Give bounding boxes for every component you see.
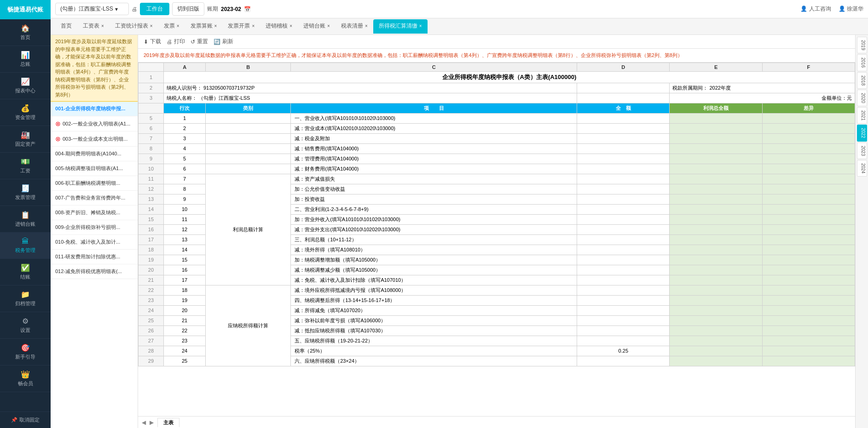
col-f-cell[interactable]	[762, 285, 855, 295]
col-d-cell[interactable]: 0.25	[577, 346, 670, 356]
col-a-cell[interactable]: 1	[163, 113, 205, 123]
col-c-cell[interactable]: 加：营业外收入(填写A101010\101020\103000)	[291, 214, 577, 224]
col-a-cell[interactable]: 2	[163, 123, 205, 133]
col-e-cell[interactable]	[670, 214, 762, 224]
col-e-cell[interactable]	[670, 194, 762, 204]
col-c-cell[interactable]: 减：营业成本(填写A102010\102020\103000)	[291, 123, 577, 133]
col-a-cell[interactable]: 22	[163, 325, 205, 336]
timeline-item-2016[interactable]: 2016	[857, 54, 867, 71]
form-item-007[interactable]: 007-广告费和业务宣传费跨年...	[51, 191, 138, 205]
col-f-cell[interactable]	[762, 275, 855, 285]
col-a-cell[interactable]: 20	[163, 305, 205, 315]
tab-close-icon[interactable]: ×	[289, 23, 292, 29]
col-f-cell[interactable]	[762, 194, 855, 204]
col-f-cell[interactable]	[762, 325, 855, 336]
col-c-cell[interactable]: 减：弥补以前年度亏损（填写A106000）	[291, 315, 577, 325]
col-d-cell[interactable]	[577, 174, 670, 184]
tab-close-icon[interactable]: ×	[150, 23, 153, 29]
tab-close-icon[interactable]: ×	[101, 23, 104, 29]
col-f-cell[interactable]	[762, 336, 855, 346]
print-icon[interactable]: 🖨	[132, 6, 137, 12]
tab-close-icon[interactable]: ×	[252, 23, 255, 29]
tab-发票[interactable]: 发票 ×	[158, 19, 185, 34]
form-item-003[interactable]: ⊗003-一般企业成本支出明细...	[51, 131, 138, 147]
sidebar-item-settings[interactable]: ⚙设置	[0, 312, 51, 339]
col-e-cell[interactable]	[670, 113, 762, 123]
form-item-010[interactable]: 010-免税、减计收入及加计...	[51, 235, 138, 250]
col-a-cell[interactable]: 21	[163, 315, 205, 325]
col-f-cell[interactable]	[762, 245, 855, 255]
col-a-cell[interactable]: 4	[163, 143, 205, 154]
col-d-cell[interactable]	[577, 234, 670, 245]
tab-close-icon[interactable]: ×	[327, 23, 330, 29]
col-e-cell[interactable]	[670, 356, 762, 366]
col-c-cell[interactable]: 减：资产减值损失	[291, 174, 577, 184]
user-info[interactable]: 👤 徐湛华	[839, 5, 863, 13]
tab-close-icon[interactable]: ×	[177, 23, 179, 29]
col-c-cell[interactable]: 减：所得减免（填写A107020）	[291, 305, 577, 315]
timeline-item-2022[interactable]: 2022	[857, 125, 867, 141]
col-f-cell[interactable]	[762, 204, 855, 214]
sidebar-item-stock[interactable]: 📋进销台账	[0, 206, 51, 233]
col-f-cell[interactable]	[762, 315, 855, 325]
sidebar-item-tax[interactable]: 🏛税务管理	[0, 233, 51, 259]
col-f-cell[interactable]	[762, 265, 855, 275]
form-item-006[interactable]: 006-职工薪酬纳税调整明细...	[51, 176, 138, 191]
sidebar-item-ledger[interactable]: 📊总账	[0, 46, 51, 73]
col-f-cell[interactable]	[762, 356, 855, 366]
tab-工资统计报表[interactable]: 工资统计报表 ×	[110, 19, 158, 34]
col-d-cell[interactable]	[577, 356, 670, 366]
col-d-cell[interactable]	[577, 204, 670, 214]
col-c-cell[interactable]: 税率（25%）	[291, 346, 577, 356]
col-c-cell[interactable]: 五、应纳税所得额（19-20-21-22）	[291, 336, 577, 346]
switch-version-button[interactable]: 切到旧版	[172, 2, 204, 16]
col-e-cell[interactable]	[670, 245, 762, 255]
timeline-item-2023[interactable]: 2023	[857, 143, 867, 159]
col-c-cell[interactable]: 减：免税、减计收入及加计扣除（填写A107010）	[291, 275, 577, 285]
col-e-cell[interactable]	[670, 285, 762, 295]
col-d-cell[interactable]	[577, 133, 670, 143]
col-e-cell[interactable]	[670, 133, 762, 143]
sidebar-item-reports[interactable]: 📈报表中心	[0, 73, 51, 99]
col-f-cell[interactable]	[762, 234, 855, 245]
col-a-cell[interactable]: 3	[163, 133, 205, 143]
form-item-008[interactable]: 008-资产折旧、摊销及纳税...	[51, 205, 138, 220]
col-e-cell[interactable]	[670, 204, 762, 214]
col-c-cell[interactable]: 一、营业收入(填写A101010\101020\103000)	[291, 113, 577, 123]
col-f-cell[interactable]	[762, 143, 855, 154]
tab-进销稽核[interactable]: 进销稽核 ×	[260, 19, 298, 34]
col-c-cell[interactable]: 减：营业外支出(填写A102010\102020\103000)	[291, 224, 577, 234]
col-a-cell[interactable]: 13	[163, 234, 205, 245]
col-d-cell[interactable]	[577, 143, 670, 154]
col-e-cell[interactable]	[670, 265, 762, 275]
col-d-cell[interactable]	[577, 164, 670, 174]
sheet-nav-left[interactable]: ◀	[142, 419, 146, 426]
col-e-cell[interactable]	[670, 325, 762, 336]
reset-button[interactable]: ↺ 重置	[191, 38, 208, 46]
col-e-cell[interactable]	[670, 143, 762, 154]
col-e-cell[interactable]	[670, 255, 762, 265]
timeline-item-2021[interactable]: 2021	[857, 107, 867, 124]
col-e-cell[interactable]	[670, 164, 762, 174]
col-d-cell[interactable]	[577, 295, 670, 305]
col-c-cell[interactable]: 六、应纳所得税额（23×24）	[291, 356, 577, 366]
col-a-cell[interactable]: 7	[163, 174, 205, 184]
col-a-cell[interactable]: 18	[163, 285, 205, 295]
col-d-cell[interactable]	[577, 285, 670, 295]
col-e-cell[interactable]	[670, 174, 762, 184]
form-item-009[interactable]: 009-企业所得税弥补亏损明...	[51, 220, 138, 235]
sidebar-item-salary[interactable]: 💵工资	[0, 153, 51, 179]
col-a-cell[interactable]: 17	[163, 275, 205, 285]
form-item-005[interactable]: 005-纳税调整项目明细表(A1...	[51, 161, 138, 176]
form-item-012[interactable]: 012-减免所得税优惠明细表(...	[51, 264, 138, 279]
calendar-icon[interactable]: 📅	[244, 6, 251, 12]
print-button[interactable]: 🖨 打印	[167, 38, 185, 46]
col-f-cell[interactable]	[762, 184, 855, 194]
col-f-cell[interactable]	[762, 123, 855, 133]
tab-close-icon[interactable]: ×	[419, 23, 422, 29]
col-a-cell[interactable]: 5	[163, 154, 205, 164]
col-c-cell[interactable]: 减：抵扣应纳税所得额（填写A107030）	[291, 325, 577, 336]
col-c-cell[interactable]: 减：境外应税所得抵减境内亏报（填写A108000）	[291, 285, 577, 295]
refresh-button[interactable]: 🔄 刷新	[214, 38, 233, 46]
timeline-item-2018[interactable]: 2018	[857, 72, 867, 89]
